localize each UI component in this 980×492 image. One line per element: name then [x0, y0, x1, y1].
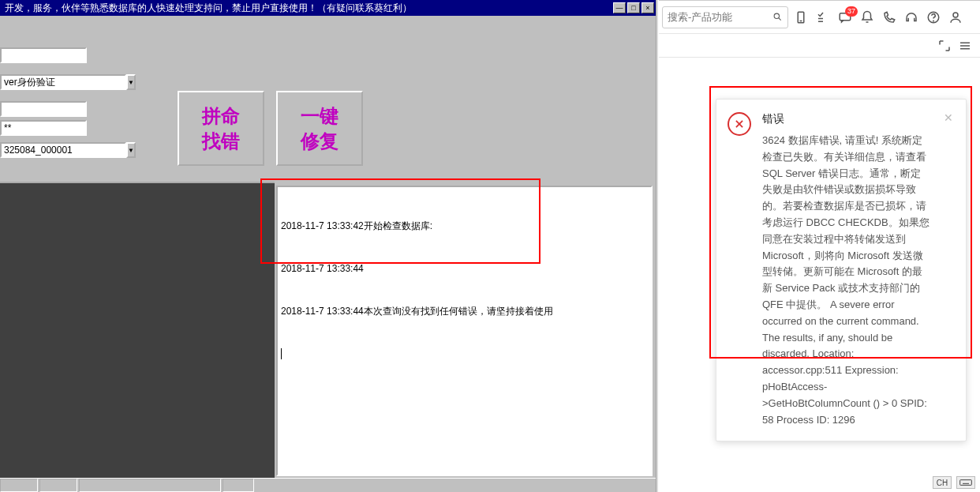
log-line: 2018-11-7 13:33:44 — [281, 261, 648, 276]
server-field[interactable] — [0, 47, 87, 63]
find-line1: 拼命 — [202, 103, 240, 128]
ime-keyboard-icon[interactable] — [956, 476, 975, 489]
window-title: 开发，服务，伙伴等熟悉数据库的人快速处理支持问，禁止用户直接使用！（有疑问联系葵… — [5, 2, 613, 15]
status-cell — [223, 479, 254, 492]
password-field[interactable] — [0, 120, 87, 136]
status-cell — [0, 479, 38, 492]
phone-icon[interactable] — [880, 8, 899, 27]
top-toolbar: 37 — [659, 1, 980, 34]
username-field[interactable] — [0, 101, 87, 117]
search-icon[interactable] — [772, 12, 783, 23]
minimize-button[interactable]: — — [613, 2, 626, 13]
close-button[interactable]: × — [641, 2, 654, 13]
error-content: 错误 3624 数据库错误, 请重试! 系统断定检查已失败。有关详细信息，请查看… — [762, 112, 931, 428]
help-icon[interactable] — [924, 8, 943, 27]
find-line2: 找错 — [202, 129, 240, 153]
sub-toolbar — [659, 34, 980, 58]
fix-line2: 修复 — [301, 129, 339, 153]
chevron-down-icon[interactable]: ▼ — [126, 142, 136, 158]
chevron-down-icon[interactable]: ▼ — [126, 74, 136, 90]
window-controls: — □ × — [613, 2, 654, 13]
svg-point-0 — [774, 13, 779, 18]
chat-icon[interactable]: 37 — [836, 8, 855, 27]
log-output[interactable]: 2018-11-7 13:33:42开始检查数据库: 2018-11-7 13:… — [276, 186, 653, 476]
error-header: 错误 3624 数据库错误, 请重试! 系统断定检查已失败。有关详细信息，请查看… — [728, 112, 955, 428]
left-dark-panel — [0, 182, 275, 478]
title-bar: 开发，服务，伙伴等熟悉数据库的人快速处理支持问，禁止用户直接使用！（有疑问联系葵… — [0, 0, 656, 16]
search-box[interactable] — [662, 6, 788, 28]
error-body: 3624 数据库错误, 请重试! 系统断定检查已失败。有关详细信息，请查看 SQ… — [762, 133, 931, 428]
error-close-button[interactable]: ✕ — [942, 112, 955, 123]
browser-panel: 37 — [659, 0, 980, 492]
find-errors-button[interactable]: 拼命 找错 — [178, 91, 264, 166]
svg-point-10 — [953, 13, 958, 17]
expand-icon[interactable] — [937, 39, 952, 53]
checklist-icon[interactable] — [814, 8, 832, 27]
database-combo[interactable]: ▼ — [0, 142, 87, 158]
svg-point-9 — [933, 21, 934, 21]
error-title: 错误 — [762, 112, 931, 126]
database-value[interactable] — [0, 142, 126, 158]
dialog-body: ▼ ▼ 拼命 找错 一键 修复 2018-11-7 13:33:42开始检查数据… — [0, 16, 656, 492]
svg-rect-16 — [960, 480, 972, 486]
status-cell — [79, 479, 221, 492]
status-bar — [0, 478, 656, 492]
bell-icon[interactable] — [858, 8, 877, 27]
legacy-app-window: 开发，服务，伙伴等熟悉数据库的人快速处理支持问，禁止用户直接使用！（有疑问联系葵… — [0, 0, 656, 492]
error-x-icon — [728, 112, 751, 136]
maximize-button[interactable]: □ — [627, 2, 640, 13]
log-line: 2018-11-7 13:33:42开始检查数据库: — [281, 219, 648, 233]
ime-corner-tools: CH — [933, 476, 975, 489]
chat-badge: 37 — [845, 6, 858, 17]
log-line: 2018-11-7 13:33:44本次查询没有找到任何错误，请坚持接着使用 — [281, 304, 648, 318]
text-cursor — [281, 348, 282, 359]
svg-line-1 — [779, 17, 781, 20]
status-cell — [39, 479, 77, 492]
user-icon[interactable] — [946, 8, 965, 27]
search-input[interactable] — [668, 11, 772, 24]
error-toast: 错误 3624 数据库错误, 请重试! 系统断定检查已失败。有关详细信息，请查看… — [716, 99, 967, 441]
auth-mode-combo[interactable]: ▼ — [0, 74, 87, 90]
ime-lang-button[interactable]: CH — [933, 476, 952, 489]
headset-icon[interactable] — [902, 8, 921, 27]
one-key-fix-button[interactable]: 一键 修复 — [276, 91, 363, 166]
auth-mode-value[interactable] — [0, 74, 126, 90]
device-icon[interactable] — [791, 8, 810, 27]
menu-icon[interactable] — [958, 39, 972, 53]
fix-line1: 一键 — [301, 103, 339, 128]
